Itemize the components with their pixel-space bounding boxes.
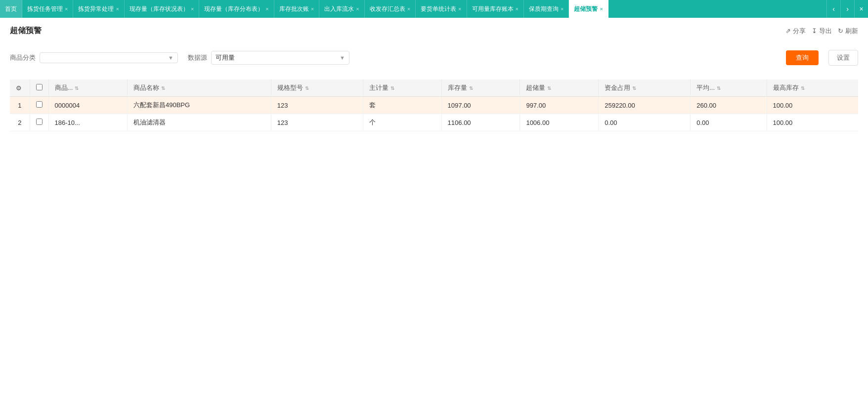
th-spec-label: 规格型号 [277, 83, 303, 92]
row-checkbox-0[interactable] [30, 97, 48, 114]
row-spec-0: 123 [271, 97, 363, 114]
category-filter-chevron-icon: ▼ [168, 55, 174, 61]
nav-tab-stock-status-close[interactable]: × [191, 6, 194, 12]
sort-icon-spec: ⇅ [305, 85, 309, 91]
nav-tab-overstock[interactable]: 超储预警 × [569, 0, 608, 18]
row-product-name-0: 六配套新昌490BPG [128, 97, 271, 114]
th-product-code[interactable]: 商品... ⇅ [48, 79, 128, 97]
th-capital-used-label: 资金占用 [605, 83, 630, 92]
row-checkbox-1[interactable] [30, 114, 48, 131]
row-max-stock-0: 100.00 [767, 97, 858, 114]
nav-tab-task-mgmt[interactable]: 拣货任务管理 × [22, 0, 73, 18]
category-filter-select[interactable]: ▼ [40, 52, 178, 63]
settings-button[interactable]: 设置 [828, 50, 858, 66]
export-icon: ↧ [812, 27, 817, 35]
nav-tab-collect-close[interactable]: × [407, 6, 410, 12]
select-all-checkbox[interactable] [36, 84, 43, 90]
nav-tab-collect-label: 收发存汇总表 [370, 5, 405, 13]
th-stock-qty-label: 库存量 [448, 83, 467, 92]
row-avg-0: 260.00 [691, 97, 767, 114]
th-overstock-qty[interactable]: 超储量 ⇅ [520, 79, 599, 97]
row-capital-used-1: 0.00 [599, 114, 691, 131]
nav-tab-collect[interactable]: 收发存汇总表 × [365, 0, 416, 18]
nav-arrow-left[interactable]: ‹ [826, 0, 840, 18]
nav-tab-stock-dist-label: 现存量（库存分布表） [204, 5, 263, 13]
nav-tab-expiry-close[interactable]: × [561, 6, 564, 12]
nav-tab-task-mgmt-close[interactable]: × [65, 6, 68, 12]
nav-arrow-close[interactable]: × [854, 0, 868, 18]
sort-icon-capital-used: ⇅ [632, 85, 636, 91]
row-max-stock-1: 100.00 [767, 114, 858, 131]
datasource-filter-select[interactable]: 可用量 ▼ [211, 51, 349, 65]
top-nav: 首页 拣货任务管理 × 拣货异常处理 × 现存量（库存状况表） × 现存量（库存… [0, 0, 868, 18]
nav-tab-task-mgmt-label: 拣货任务管理 [27, 5, 63, 13]
data-table: ⚙ 商品... ⇅ 商品名称 ⇅ [10, 79, 858, 131]
export-button[interactable]: ↧ 导出 [812, 27, 832, 36]
gear-icon: ⚙ [16, 84, 22, 92]
sort-icon-avg: ⇅ [717, 85, 721, 91]
nav-tab-inout-flow-label: 出入库流水 [324, 5, 354, 13]
nav-tab-home-label: 首页 [5, 5, 17, 13]
th-unit-label: 主计量 [369, 83, 389, 92]
row-product-code-0: 0000004 [48, 97, 128, 114]
nav-tab-order-stat[interactable]: 要货单统计表 × [416, 0, 467, 18]
query-button[interactable]: 查询 [786, 50, 819, 65]
row-unit-1: 个 [363, 114, 441, 131]
nav-tab-overstock-close[interactable]: × [600, 6, 603, 12]
row-overstock-qty-1: 1006.00 [520, 114, 599, 131]
row-spec-1: 123 [271, 114, 363, 131]
th-checkbox[interactable] [30, 79, 48, 97]
nav-tab-abnormal[interactable]: 拣货异常处理 × [73, 0, 124, 18]
row-unit-0: 套 [363, 97, 441, 114]
nav-tab-home[interactable]: 首页 [0, 0, 22, 18]
th-max-stock[interactable]: 最高库存 ⇅ [767, 79, 858, 97]
th-unit[interactable]: 主计量 ⇅ [363, 79, 441, 97]
sort-icon-stock-qty: ⇅ [469, 85, 473, 91]
refresh-icon: ↻ [838, 27, 843, 35]
nav-tab-stock-dist-close[interactable]: × [265, 6, 268, 12]
row-avg-1: 0.00 [691, 114, 767, 131]
nav-tab-abnormal-label: 拣货异常处理 [78, 5, 114, 13]
nav-tab-avail-stock-close[interactable]: × [516, 6, 519, 12]
th-product-name[interactable]: 商品名称 ⇅ [128, 79, 271, 97]
share-icon: ⇗ [785, 27, 791, 35]
sort-icon-max-stock: ⇅ [801, 85, 805, 91]
header-actions: ⇗ 分享 ↧ 导出 ↻ 刷新 [785, 27, 858, 36]
category-filter-item: 商品分类 ▼ [10, 52, 178, 63]
th-stock-qty[interactable]: 库存量 ⇅ [441, 79, 520, 97]
nav-tab-batch[interactable]: 库存批次账 × [274, 0, 319, 18]
th-overstock-qty-label: 超储量 [526, 83, 545, 92]
nav-tab-stock-dist[interactable]: 现存量（库存分布表） × [199, 0, 274, 18]
nav-arrow-right[interactable]: › [840, 0, 854, 18]
nav-tab-batch-close[interactable]: × [311, 6, 314, 12]
share-button[interactable]: ⇗ 分享 [785, 27, 806, 36]
nav-tab-abnormal-close[interactable]: × [116, 6, 119, 12]
nav-tab-stock-status[interactable]: 现存量（库存状况表） × [125, 0, 199, 18]
page-title: 超储预警 [10, 26, 42, 36]
nav-tab-expiry[interactable]: 保质期查询 × [524, 0, 569, 18]
nav-tab-inout-flow-close[interactable]: × [356, 6, 359, 12]
th-product-name-label: 商品名称 [133, 83, 159, 92]
datasource-filter-value: 可用量 [216, 53, 235, 62]
refresh-label: 刷新 [845, 27, 858, 36]
nav-tab-overstock-label: 超储预警 [574, 5, 598, 13]
row-overstock-qty-0: 997.00 [520, 97, 599, 114]
refresh-button[interactable]: ↻ 刷新 [838, 27, 858, 36]
nav-tab-avail-stock[interactable]: 可用量库存账本 × [467, 0, 524, 18]
th-capital-used[interactable]: 资金占用 ⇅ [599, 79, 691, 97]
sort-icon-product-name: ⇅ [161, 85, 165, 91]
category-filter-label: 商品分类 [10, 53, 36, 62]
sort-icon-unit: ⇅ [391, 85, 394, 91]
nav-tab-inout-flow[interactable]: 出入库流水 × [319, 0, 364, 18]
filter-row: 商品分类 ▼ 数据源 可用量 ▼ 查询 设置 [10, 44, 858, 72]
row-capital-used-0: 259220.00 [599, 97, 691, 114]
th-avg[interactable]: 平均... ⇅ [691, 79, 767, 97]
th-gear[interactable]: ⚙ [10, 79, 30, 97]
nav-tab-order-stat-close[interactable]: × [458, 6, 461, 12]
datasource-filter-label: 数据源 [188, 53, 207, 62]
page-header: 超储预警 ⇗ 分享 ↧ 导出 ↻ 刷新 [10, 26, 858, 36]
th-spec[interactable]: 规格型号 ⇅ [271, 79, 363, 97]
th-avg-label: 平均... [696, 83, 715, 92]
nav-arrows: ‹ › × [826, 0, 868, 18]
row-product-code-1: 186-10... [48, 114, 128, 131]
